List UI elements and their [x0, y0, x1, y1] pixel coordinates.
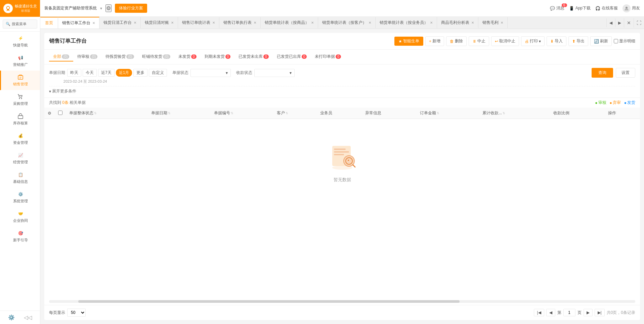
refresh-btn[interactable]: 🔄 刷新: [590, 36, 612, 46]
sidebar-item-finance[interactable]: 💰 资金管理: [0, 129, 40, 149]
date-btn-7days[interactable]: 近7天: [98, 69, 115, 77]
tab-scroll-left[interactable]: ◀: [606, 18, 615, 27]
tab-close-sales-stats[interactable]: ✕: [212, 21, 215, 25]
tab-sales-profit[interactable]: 销售毛利 ✕: [478, 17, 508, 28]
topbar-dropdown-btn[interactable]: ▾: [100, 6, 102, 11]
logo-badge: 标准版: [15, 9, 37, 13]
delete-btn[interactable]: 🗑 删除: [446, 36, 467, 46]
tab-close-cash-daily[interactable]: ✕: [134, 21, 136, 25]
sub-tab-pending-review[interactable]: 待审核(0): [73, 52, 101, 62]
tab-close-staff[interactable]: ✕: [430, 21, 433, 25]
tab-close-sales-workbench[interactable]: ✕: [92, 21, 95, 25]
payment-select[interactable]: ▾: [254, 69, 295, 77]
sidebar-item-base-info[interactable]: 📋 基础信息: [0, 168, 40, 188]
tab-sales-workbench[interactable]: 销售订单工作台 ✕: [58, 17, 99, 29]
suspend-btn[interactable]: ⏸ 中止: [469, 36, 489, 46]
show-detail-checkbox[interactable]: [614, 39, 618, 43]
sub-tab-wangpu-ship[interactable]: 旺铺待发货(0): [138, 52, 174, 62]
user-menu-btn[interactable]: 用友: [622, 4, 640, 12]
online-service-btn[interactable]: 🎧 在线客服: [595, 5, 618, 11]
topbar-settings-btn[interactable]: ⚙: [105, 4, 112, 12]
tab-close-all[interactable]: ✕: [624, 18, 634, 28]
sub-tab-not-shipped[interactable]: 未发货0: [174, 52, 201, 62]
page-size-select[interactable]: 20 50 100: [67, 309, 86, 317]
settings-bottom-btn[interactable]: ⚙️: [8, 314, 15, 321]
tab-maximize[interactable]: ⛶: [634, 18, 644, 28]
next-page-btn[interactable]: ▶: [584, 309, 593, 316]
collapse-btn[interactable]: ◁◁: [24, 314, 32, 321]
tab-sales-summary-product[interactable]: 销货单统计表（按商品） ✕: [261, 17, 318, 28]
app-download-btn[interactable]: 📱 App下载: [569, 5, 591, 11]
tab-sales-summary-staff[interactable]: 销货单统计表（按业务员） ✕: [376, 17, 437, 28]
messages-btn[interactable]: 💬 消息 6: [550, 5, 564, 11]
tab-close-cash-reconcile[interactable]: ✕: [171, 21, 174, 25]
svg-rect-10: [334, 154, 344, 155]
sort-amount[interactable]: 订单金额 ⇅: [420, 110, 476, 116]
prev-page-btn[interactable]: ◀: [546, 309, 555, 316]
date-btn-more[interactable]: 更多: [133, 69, 147, 77]
tab-close-product[interactable]: ✕: [311, 21, 314, 25]
last-page-btn[interactable]: ▶|: [595, 309, 605, 316]
tab-close-sales-profit[interactable]: ✕: [501, 21, 503, 25]
tab-sales-exec[interactable]: 销售订单执行表 ✕: [219, 17, 261, 28]
sub-tab-not-printed[interactable]: 未打印单据0: [311, 52, 345, 62]
sort-number[interactable]: 单据编号 ⇅: [214, 110, 270, 116]
export-btn[interactable]: ⬆ 导出: [568, 36, 588, 46]
tab-sales-summary-customer[interactable]: 销货单统计表（按客户） ✕: [318, 17, 376, 28]
col-collected: 累计收款... ⇅: [479, 108, 550, 119]
sub-tab-shipped-not-out[interactable]: 已发货未出库0: [234, 52, 273, 62]
sort-customer[interactable]: 客户 ⇅: [277, 110, 313, 116]
review-btn[interactable]: ● 审核: [595, 100, 606, 106]
sub-tab-pending-inspect[interactable]: 待拣货验货(0): [101, 52, 138, 62]
tab-cash-reconcile[interactable]: 钱货日清对账 ✕: [141, 17, 178, 28]
tab-home[interactable]: 首页: [40, 17, 58, 29]
tab-scroll-right[interactable]: ▶: [615, 18, 624, 27]
date-btn-1month[interactable]: 近1月: [116, 69, 132, 77]
sidebar-item-enterprise[interactable]: 🤝 企业协同: [0, 207, 40, 227]
print-btn[interactable]: 🖨 打印 ▾: [521, 36, 545, 46]
expand-filter-btn[interactable]: ▾ 展开更多条件: [49, 88, 635, 94]
sidebar-item-inventory[interactable]: 库存核算: [0, 110, 40, 129]
import-btn[interactable]: ⬇ 导入: [547, 36, 566, 46]
sidebar-item-purchase[interactable]: 采购管理: [0, 90, 40, 110]
sidebar-item-quick-nav[interactable]: ⚡ 快捷导航: [0, 32, 40, 51]
current-page-input[interactable]: [563, 309, 575, 316]
date-btn-today[interactable]: 今天: [83, 69, 97, 77]
sub-tab-all[interactable]: 全部(0): [49, 52, 73, 62]
tab-close-gross-margin[interactable]: ✕: [471, 21, 474, 25]
date-btn-yesterday[interactable]: 昨天: [67, 69, 81, 77]
first-page-btn[interactable]: |◀: [534, 309, 544, 316]
industry-btn[interactable]: 体验行业方案: [115, 4, 147, 13]
cancel-suspend-btn[interactable]: ↩ 取消中止: [491, 36, 519, 46]
sub-tab-overdue-ship[interactable]: 到期未发货0: [201, 52, 235, 62]
sidebar-item-sales[interactable]: 销售管理: [0, 71, 40, 90]
sort-date[interactable]: 单据日期 ⇅: [151, 110, 207, 116]
sidebar-item-guide[interactable]: 🎯 新手引导: [0, 227, 40, 246]
sort-status[interactable]: 单据整体状态 ⇅: [69, 110, 144, 116]
sort-collected[interactable]: 累计收款... ⇅: [482, 110, 547, 116]
sub-tab-shipped-out[interactable]: 已发货已出库0: [273, 52, 311, 62]
tab-gross-margin[interactable]: 商品毛利分析表 ✕: [437, 17, 478, 28]
smart-create-btn[interactable]: ★ 智能生单: [394, 37, 423, 46]
status-select[interactable]: ▾: [190, 69, 231, 77]
query-btn[interactable]: 查询: [592, 68, 613, 78]
show-detail-label[interactable]: 显示明细: [614, 38, 635, 44]
sidebar-item-marketing[interactable]: 📢 营销推广: [0, 51, 40, 71]
add-btn[interactable]: + 新增: [425, 36, 444, 46]
sidebar-item-operations[interactable]: 📈 经营管理: [0, 149, 40, 168]
scroll-thumb[interactable]: [78, 300, 459, 303]
sidebar-search-button[interactable]: 🔍 搜索菜单: [3, 19, 37, 29]
tab-cash-daily[interactable]: 钱货日清工作台 ✕: [99, 17, 141, 28]
sidebar-item-system[interactable]: ⚙️ 系统管理: [0, 188, 40, 207]
unreview-btn[interactable]: ● 弃审: [610, 100, 621, 106]
ship-btn[interactable]: ● 发货: [624, 100, 635, 106]
tab-close-customer[interactable]: ✕: [369, 21, 371, 25]
settings-icon[interactable]: ⚙: [48, 111, 51, 116]
user-avatar: [622, 4, 631, 12]
select-all-checkbox[interactable]: [58, 111, 62, 115]
table-scroll-area[interactable]: [44, 298, 640, 305]
tab-close-sales-exec[interactable]: ✕: [254, 21, 256, 25]
tab-sales-stats[interactable]: 销售订单统计表 ✕: [178, 17, 219, 28]
set-btn[interactable]: 设置: [616, 68, 635, 78]
date-btn-custom[interactable]: 自定义: [149, 69, 167, 77]
